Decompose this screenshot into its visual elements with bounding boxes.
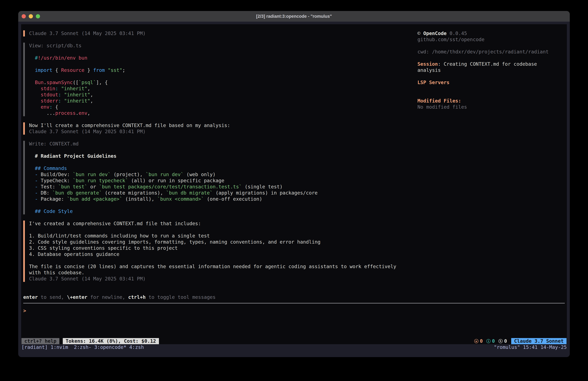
text-segment: .	[76, 110, 79, 116]
terminal-content[interactable]: Claude 3.7 Sonnet (14 May 2025 03:41 PM)…	[18, 22, 570, 357]
text-segment: env	[79, 110, 87, 116]
close-button[interactable]	[22, 14, 26, 18]
terminal-line: 3. CSS styling conventions specific to t…	[29, 245, 396, 251]
i-circle-icon: i	[486, 339, 491, 343]
terminal-line: 2. Code style guidelines covering import…	[29, 239, 396, 245]
window-controls	[18, 11, 40, 22]
text-segment: github.com/sst/opencode	[418, 37, 484, 42]
text-segment: Resource	[61, 67, 84, 73]
text-segment: enter	[23, 294, 38, 300]
minimize-button[interactable]	[29, 14, 33, 18]
terminal-line: - Test: `bun test` or `bun test packages…	[29, 184, 396, 190]
terminal-line: - DB: `bun db generate` (create migratio…	[29, 190, 396, 196]
terminal-line: github.com/sst/opencode	[418, 37, 549, 43]
text-segment: spawnSync	[46, 80, 73, 85]
terminal-line: analysis	[418, 67, 549, 73]
text-segment: (one-off execution)	[204, 196, 262, 202]
text-segment: analysis	[418, 67, 441, 73]
text-segment: View: script/db.ts	[29, 43, 82, 48]
text-segment: Session	[418, 61, 438, 67]
text-segment: !/usr/bin/env bun	[38, 55, 87, 61]
text-segment: Write: CONTEXT.md	[29, 141, 79, 147]
text-segment: process	[55, 110, 76, 116]
text-segment: `bun run dev`	[146, 172, 184, 177]
terminal-line: - TypeCheck: `bun run typecheck` (all) o…	[29, 178, 396, 184]
text-segment: :	[49, 104, 52, 110]
desktop-background: [2/3] radiant:3:opencode - "romulus" Cla…	[0, 0, 588, 381]
text-segment: :	[58, 98, 61, 104]
text-segment: from	[93, 67, 105, 73]
terminal-line	[418, 55, 549, 61]
text-segment	[29, 184, 35, 190]
text-segment: -	[35, 184, 38, 190]
zoom-button[interactable]	[36, 14, 40, 18]
diagnostic-counters: w0i0h0	[474, 338, 510, 344]
text-segment: import	[35, 67, 52, 73]
terminal-line	[418, 86, 549, 92]
text-segment	[105, 67, 108, 73]
text-segment: `bun test`	[58, 184, 87, 190]
terminal-line	[418, 92, 549, 98]
terminal-line: # Radiant Project Guidelines	[29, 153, 396, 159]
terminal-line: View: script/db.ts	[29, 43, 396, 49]
text-segment: Bun	[35, 80, 43, 85]
w-circle-icon: w	[474, 339, 479, 343]
prompt-input[interactable]: >	[23, 308, 26, 314]
terminal-line: © OpenCode 0.0.45	[418, 30, 549, 37]
message-block: I've created a comprehensive CONTEXT.md …	[23, 221, 396, 282]
text-segment: 0.0.45	[447, 30, 467, 36]
terminal-line: - Package: `bun add <package>` (install)…	[29, 196, 396, 202]
text-segment: 4. Database operations guidance	[29, 251, 119, 257]
text-segment: `bun db generate`	[52, 190, 102, 196]
text-segment: \+enter	[67, 294, 87, 300]
terminal-line: with this codebase.	[29, 269, 396, 276]
terminal-line	[29, 147, 396, 153]
terminal-line: ## Code Style	[29, 208, 396, 214]
terminal-line: stdout: "inherit",	[29, 92, 396, 98]
text-segment: Claude 3.7 Sonnet (14 May 2025 03:41 PM)	[29, 129, 146, 134]
tokens-cost-badge: Tokens: 16.4K (8%), Cost: $0.12	[63, 338, 159, 344]
terminal-line: 4. Database operations guidance	[29, 251, 396, 257]
input-hint: enter to send, \+enter for newline, ctrl…	[23, 294, 216, 300]
text-segment	[29, 178, 35, 183]
window-title: [2/3] radiant:3:opencode - "romulus"	[18, 14, 570, 19]
terminal-line: I've created a comprehensive CONTEXT.md …	[29, 221, 396, 227]
input-separator	[23, 303, 565, 304]
help-badge: ctrl+? help	[21, 338, 59, 344]
text-segment: 3. CSS styling conventions specific to t…	[29, 245, 178, 251]
text-segment: with this codebase.	[29, 270, 84, 275]
text-segment: ,	[90, 92, 93, 97]
text-segment: ,	[87, 110, 90, 116]
text-segment: "sst"	[108, 67, 122, 73]
h-counter: h0	[499, 338, 507, 344]
text-segment: (project),	[111, 172, 146, 177]
text-segment: (apply migrations) in packages/core	[213, 190, 317, 196]
text-segment: ## Commands	[29, 165, 67, 171]
text-segment: or	[87, 184, 99, 190]
model-badge: Claude 3.7 Sonnet	[511, 338, 567, 344]
text-segment: TypeCheck:	[38, 178, 73, 183]
terminal-line: stdin: "inherit",	[29, 86, 396, 92]
text-segment: #	[29, 55, 38, 61]
text-segment: Package:	[38, 196, 67, 202]
text-segment: for newline,	[87, 294, 128, 300]
terminal-line: Claude 3.7 Sonnet (14 May 2025 03:41 PM)	[29, 30, 396, 37]
counter-value: 0	[504, 338, 507, 344]
terminal-line: Bun.spawnSync([`psql`], {	[29, 79, 396, 86]
status-bar: ctrl+? help Tokens: 16.4K (8%), Cost: $0…	[21, 338, 567, 344]
text-segment: ,	[87, 86, 90, 91]
text-segment: Now I'll create a comprehensive CONTEXT.…	[29, 123, 230, 128]
text-segment: (single test)	[242, 184, 283, 190]
terminal-line: Now I'll create a comprehensive CONTEXT.…	[29, 122, 396, 129]
text-segment: ctrl+h	[128, 294, 146, 300]
terminal-line	[29, 227, 396, 233]
text-segment: ...	[29, 110, 55, 116]
text-segment: OpenCode	[423, 30, 447, 36]
message-block: Now I'll create a comprehensive CONTEXT.…	[23, 122, 396, 135]
text-segment: :	[55, 86, 58, 91]
text-segment: 2. Code style guidelines covering import…	[29, 239, 320, 245]
text-segment: : Creating CONTEXT.md for codebase	[438, 61, 537, 67]
text-segment: ;	[122, 67, 125, 73]
text-segment: Modified Files:	[418, 98, 461, 104]
text-segment	[29, 80, 35, 85]
